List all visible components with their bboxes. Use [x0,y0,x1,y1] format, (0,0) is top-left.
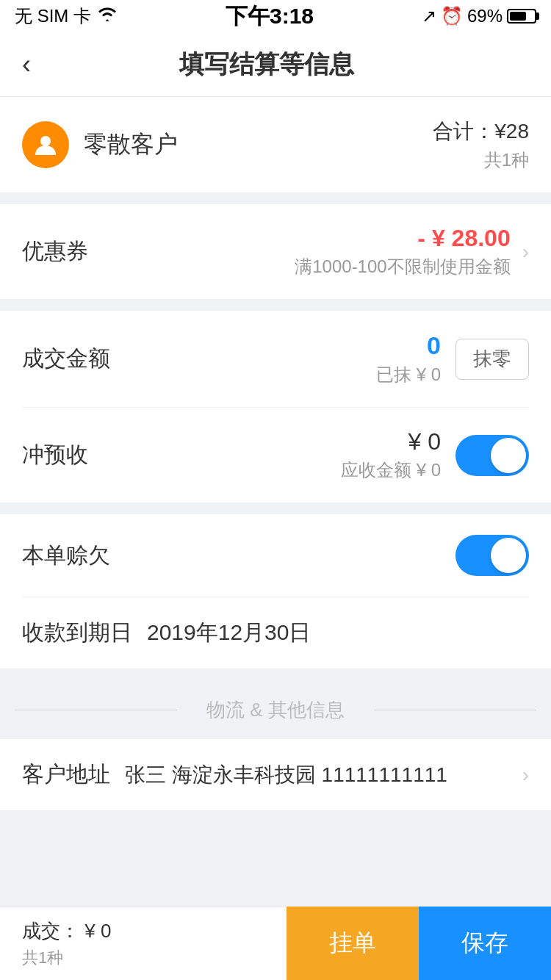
avatar [22,121,69,168]
prereceive-row: 冲预收 ¥ 0 应收金额 ¥ 0 [0,408,551,502]
prereceive-value-container: ¥ 0 应收金额 ¥ 0 [341,428,441,482]
no-sim-text: 无 SIM 卡 [15,4,91,28]
writeoff-section: 本单赊欠 收款到期日 2019年12月30日 [0,514,551,669]
bottom-bar: 成交： ¥ 0 共1种 挂单 保存 [0,907,551,980]
duedate-value: 2019年12月30日 [147,618,311,648]
transaction-amount-sub: 已抹 ¥ 0 [376,363,441,386]
prereceive-label: 冲预收 [22,440,88,470]
amount-section: 成交金额 0 已抹 ¥ 0 抹零 冲预收 ¥ 0 应收金额 ¥ 0 [0,311,551,502]
prereceive-value: ¥ 0 [341,428,441,455]
prereceive-sub: 应收金额 ¥ 0 [341,458,441,482]
amount-value-container: 0 已抹 ¥ 0 [376,331,441,386]
page-title: 填写结算等信息 [46,48,488,82]
customer-total: 合计：¥28 [433,118,529,145]
nav-bar: ‹ 填写结算等信息 [0,32,551,97]
transaction-amount-row: 成交金额 0 已抹 ¥ 0 抹零 [0,311,551,407]
writeoff-toggle[interactable] [455,535,529,576]
pending-button[interactable]: 挂单 [287,907,419,980]
coupon-value-container: - ¥ 28.00 满1000-100不限制使用金额 [295,225,510,278]
duedate-label: 收款到期日 [22,618,132,648]
writeoff-row: 本单赊欠 [0,514,551,597]
customer-count: 共1种 [433,148,529,172]
battery-icon [507,9,536,24]
address-label: 客户地址 [22,760,110,790]
logistics-divider: 物流 & 其他信息 [0,680,551,739]
round-zero-button[interactable]: 抹零 [455,339,529,380]
coupon-section: 优惠券 - ¥ 28.00 满1000-100不限制使用金额 › [0,204,551,299]
address-section: 客户地址 张三 海淀永丰科技园 11111111111 › [0,739,551,810]
customer-name: 零散客户 [84,129,178,161]
transaction-amount-right: 0 已抹 ¥ 0 抹零 [376,331,529,386]
address-row[interactable]: 客户地址 张三 海淀永丰科技园 11111111111 › [0,739,551,810]
status-time: 下午3:18 [226,1,314,32]
status-left: 无 SIM 卡 [15,4,118,28]
alarm-icon: ⏰ [441,6,463,26]
writeoff-toggle-knob [491,538,526,573]
svg-point-0 [40,136,51,146]
logistics-line-left [15,710,177,710]
bottom-deal-label: 成交： ¥ 0 [22,918,264,944]
status-right: ↗ ⏰ 69% [422,6,536,26]
address-value: 张三 海淀永丰科技园 11111111111 [125,761,508,789]
prereceive-toggle[interactable] [455,435,529,476]
save-button[interactable]: 保存 [419,907,551,980]
status-bar: 无 SIM 卡 下午3:18 ↗ ⏰ 69% [0,0,551,32]
customer-left: 零散客户 [22,121,178,168]
logistics-text: 物流 & 其他信息 [206,697,345,723]
toggle-knob [491,438,526,473]
transaction-amount-label: 成交金额 [22,344,110,374]
coupon-value: - ¥ 28.00 [295,225,510,252]
duedate-row: 收款到期日 2019年12月30日 [0,597,551,669]
back-button[interactable]: ‹ [22,49,31,80]
customer-section: 零散客户 合计：¥28 共1种 [0,97,551,192]
address-chevron: › [522,763,529,787]
coupon-row[interactable]: 优惠券 - ¥ 28.00 满1000-100不限制使用金额 › [0,204,551,299]
coupon-label: 优惠券 [22,237,88,267]
transaction-amount-value: 0 [376,331,441,360]
customer-row: 零散客户 合计：¥28 共1种 [0,97,551,192]
location-icon: ↗ [422,6,436,26]
writeoff-label: 本单赊欠 [22,541,110,571]
logistics-line-right [374,710,536,710]
prereceive-right: ¥ 0 应收金额 ¥ 0 [341,428,529,482]
customer-right: 合计：¥28 共1种 [433,118,529,172]
battery-percent: 69% [467,6,503,26]
wifi-icon [97,6,118,26]
bottom-count-label: 共1种 [22,947,264,969]
coupon-chevron: › [522,240,529,264]
coupon-sub: 满1000-100不限制使用金额 [295,255,510,278]
bottom-summary: 成交： ¥ 0 共1种 [0,907,287,980]
coupon-right: - ¥ 28.00 满1000-100不限制使用金额 › [295,225,529,278]
